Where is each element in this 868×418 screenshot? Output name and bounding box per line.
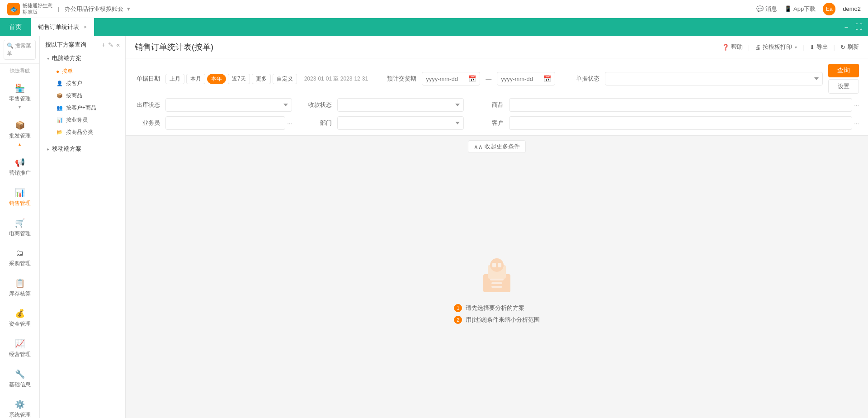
app-icon: 📱 — [784, 5, 792, 12]
finance-icon: 💰 — [15, 309, 25, 318]
app-download-btn[interactable]: 📱 App下载 — [784, 5, 816, 13]
retail-arrow: ▾ — [19, 104, 21, 109]
sidebar-item-purchase[interactable]: 🗂 采购管理 — [2, 244, 38, 272]
tab-minimize-btn[interactable]: － — [841, 21, 852, 34]
mobile-expand-arrow[interactable]: ▸ — [47, 147, 49, 152]
pc-expand-arrow[interactable]: ▾ — [47, 56, 49, 61]
salesperson-more-btn[interactable]: ··· — [287, 120, 292, 127]
logo-area: 🐟 畅捷通好生意 标准版 — [7, 3, 52, 15]
help-icon: ❓ — [722, 44, 729, 51]
dept-label: 部门 — [307, 119, 332, 127]
date-dash: — — [486, 76, 491, 82]
customer-more-btn[interactable]: ··· — [854, 120, 859, 127]
empty-state: 1 请先选择要分析的方案 2 用[过滤]条件来缩小分析范围 — [126, 157, 868, 418]
scheme-by-product-icon: 📦 — [56, 92, 63, 100]
topbar-left: 🐟 畅捷通好生意 标准版 | 办公用品行业模拟账套 ▾ — [7, 3, 130, 15]
step1-num: 1 — [454, 304, 462, 312]
username: demo2 — [843, 5, 861, 12]
message-icon: 💬 — [756, 5, 764, 12]
sidebar-item-basic[interactable]: 🔧 基础信息 — [2, 365, 38, 393]
scheme-by-category-label: 按商品分类 — [66, 128, 93, 136]
scheme-by-customer[interactable]: 👤 按客户 — [52, 77, 125, 90]
topbar: 🐟 畅捷通好生意 标准版 | 办公用品行业模拟账套 ▾ 💬 消息 📱 App下载… — [0, 0, 868, 18]
tab-maximize-btn[interactable]: ⛶ — [854, 21, 864, 33]
collapse-panel-btn[interactable]: « — [116, 41, 120, 48]
scheme-list: ● 按单 👤 按客户 📦 按商品 👥 按客户+商品 📊 按业务员 📂 按商 — [40, 65, 125, 138]
collapse-btn[interactable]: ∧∧ 收起更多条件 — [468, 140, 526, 153]
tab-sales-report[interactable]: 销售订单统计表 × — [31, 18, 94, 36]
scheme-by-customer-label: 按客户 — [66, 80, 82, 87]
sidebar-item-system[interactable]: ⚙️ 系统管理 — [2, 395, 38, 418]
customer-input[interactable] — [509, 116, 852, 130]
edit-scheme-btn[interactable]: ✎ — [108, 41, 113, 48]
scheme-by-category[interactable]: 📂 按商品分类 — [52, 126, 125, 138]
scheme-by-salesperson[interactable]: 📊 按业务员 — [52, 114, 125, 126]
sidebar-item-wholesale[interactable]: 📦 批发管理 ▴ — [2, 116, 38, 151]
pc-section-node: ▾ 电脑端方案 — [40, 52, 125, 65]
tabbar: 首页 销售订单统计表 × － ⛶ — [0, 18, 868, 36]
step1-hint: 请先选择要分析的方案 — [466, 304, 524, 312]
svg-rect-5 — [490, 279, 504, 280]
date-btn-last-month[interactable]: 上月 — [165, 74, 184, 84]
sidebar-item-retail[interactable]: 🏪 零售管理 ▾ — [2, 79, 38, 114]
refresh-btn[interactable]: ↻ 刷新 — [840, 43, 859, 51]
inventory-icon: 📋 — [15, 278, 25, 288]
receipt-status-label: 收款状态 — [307, 101, 332, 109]
ship-status-select[interactable] — [165, 98, 292, 112]
print-btn[interactable]: 🖨 按模板打印 ▾ — [755, 43, 797, 51]
sidebar-item-sales[interactable]: 📊 销售管理 — [2, 183, 38, 212]
sidebar-item-operation-label: 经营管理 — [9, 351, 31, 358]
message-btn[interactable]: 💬 消息 — [756, 5, 777, 13]
sidebar-item-marketing[interactable]: 📢 营销推广 — [2, 153, 38, 181]
date-btn-custom[interactable]: 自定义 — [273, 74, 297, 84]
expected-date-start-input[interactable] — [426, 76, 467, 82]
date-btn-this-year[interactable]: 本年 — [207, 74, 226, 84]
sidebar-item-inventory-label: 库存核算 — [9, 290, 31, 298]
divider1: | — [748, 44, 750, 51]
breadcrumb-arrow[interactable]: ▾ — [127, 5, 130, 12]
scheme-by-customer-icon: 👤 — [56, 80, 63, 87]
purchase-icon: 🗂 — [16, 248, 24, 258]
sidebar-item-operation[interactable]: 📈 经营管理 — [2, 334, 38, 363]
step2-hint: 用[过滤]条件来缩小分析范围 — [466, 316, 539, 324]
expected-date-start-wrap[interactable]: 📅 — [422, 72, 480, 86]
scheme-by-cust-prod[interactable]: 👥 按客户+商品 — [52, 102, 125, 114]
panel-actions: + ✎ « — [102, 41, 120, 48]
settings-btn[interactable]: 设置 — [828, 79, 859, 94]
goods-input[interactable] — [509, 98, 852, 112]
receipt-status-select[interactable] — [337, 98, 464, 112]
query-btn[interactable]: 查询 — [828, 64, 859, 77]
scheme-by-cust-prod-icon: 👥 — [56, 104, 63, 112]
avatar[interactable]: Ea — [823, 3, 835, 15]
tab-close-btn[interactable]: × — [84, 24, 87, 30]
content-area: 销售订单统计表(按单) ❓ 帮助 | 🖨 按模板打印 ▾ | ⬇ 导出 | — [126, 36, 868, 418]
date-btn-this-month[interactable]: 本月 — [186, 74, 205, 84]
status-select[interactable] — [605, 72, 823, 86]
goods-more-btn[interactable]: ··· — [854, 102, 859, 109]
sidebar-item-inventory[interactable]: 📋 库存核算 — [2, 274, 38, 302]
dept-wrap — [337, 116, 464, 130]
scheme-by-order[interactable]: ● 按单 — [52, 65, 125, 77]
date-quick-buttons: 上月 本月 本年 近7天 更多 自定义 — [165, 74, 297, 84]
export-btn[interactable]: ⬇ 导出 — [810, 43, 828, 51]
sidebar-item-ecommerce[interactable]: 🛒 电商管理 — [2, 214, 38, 242]
help-btn[interactable]: ❓ 帮助 — [722, 43, 743, 51]
add-scheme-btn[interactable]: + — [102, 41, 105, 48]
scheme-by-product[interactable]: 📦 按商品 — [52, 90, 125, 102]
expected-date-end-wrap[interactable]: 📅 — [497, 72, 555, 86]
topbar-separator: | — [58, 5, 59, 12]
sidebar-search-btn[interactable]: 🔍 搜索菜单 — [4, 40, 36, 60]
salesperson-input[interactable] — [165, 116, 285, 130]
ship-status-wrap — [165, 98, 292, 112]
date-btn-more[interactable]: 更多 — [252, 74, 271, 84]
salesperson-wrap: ··· — [165, 116, 292, 130]
sidebar-item-finance[interactable]: 💰 资金管理 — [2, 304, 38, 332]
tab-label: 销售订单统计表 — [38, 23, 79, 31]
basic-icon: 🔧 — [15, 369, 25, 379]
tab-home[interactable]: 首页 — [0, 18, 31, 36]
scheme-by-order-label: 按单 — [62, 67, 73, 75]
dept-select[interactable] — [337, 116, 464, 130]
expected-date-end-input[interactable] — [501, 76, 542, 82]
date-btn-last7[interactable]: 近7天 — [228, 74, 250, 84]
breadcrumb[interactable]: 办公用品行业模拟账套 — [65, 5, 123, 13]
